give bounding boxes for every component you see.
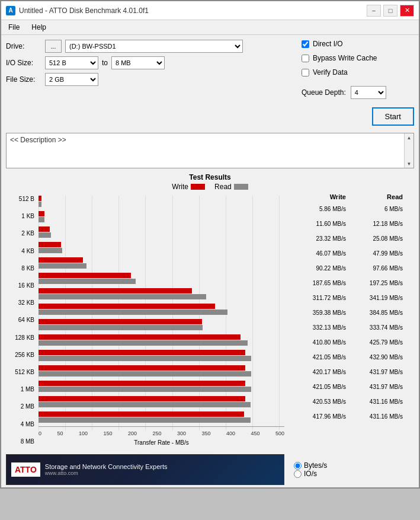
- data-row: 332.13 MB/s333.74 MB/s: [287, 320, 405, 335]
- write-value: 417.96 MB/s: [289, 413, 346, 420]
- read-bar: [39, 417, 251, 423]
- verify-data-checkbox[interactable]: [302, 69, 309, 76]
- drive-label: Drive:: [6, 42, 41, 50]
- data-row: 23.32 MB/s25.08 MB/s: [287, 231, 405, 246]
- write-value: 359.38 MB/s: [289, 310, 346, 316]
- direct-io-row: Direct I/O: [302, 40, 414, 48]
- io-radio[interactable]: [294, 470, 302, 478]
- read-bar: [39, 356, 251, 361]
- queue-depth-select[interactable]: 4: [351, 86, 386, 99]
- menu-bar: File Help: [1, 20, 419, 35]
- data-table: Write Read 5.86 MB/s6 MB/s11.60 MB/s12.1…: [287, 193, 405, 448]
- x-axis-label: Transfer Rate - MB/s: [39, 439, 284, 446]
- write-header: Write: [289, 193, 346, 200]
- bypass-write-cache-label: Bypass Write Cache: [313, 54, 377, 62]
- bar-row: [39, 411, 284, 423]
- read-bar: [39, 402, 251, 407]
- maximize-button[interactable]: □: [383, 5, 397, 17]
- data-row: 5.86 MB/s6 MB/s: [287, 202, 405, 216]
- bar-row: [39, 242, 284, 253]
- description-text: << Description >>: [7, 133, 413, 146]
- x-tick: 100: [79, 430, 88, 436]
- main-window: A Untitled - ATTO Disk Benchmark 4.01.0f…: [0, 0, 420, 489]
- test-results-section: Test Results Write Read 512 B1 KB2 KB4 K…: [1, 171, 419, 451]
- minimize-button[interactable]: −: [367, 5, 381, 17]
- bars-area: [39, 193, 284, 425]
- read-value: 197.25 MB/s: [346, 280, 403, 286]
- y-label: 64 KB: [6, 317, 34, 323]
- y-label: 4 MB: [6, 421, 34, 428]
- bar-row: [39, 381, 284, 392]
- file-size-select[interactable]: 2 GB: [45, 73, 98, 86]
- write-bar: [39, 334, 241, 340]
- browse-button[interactable]: ...: [45, 40, 62, 53]
- description-scrollbar: ▲ ▼: [404, 133, 413, 168]
- bar-row: [39, 334, 284, 346]
- io-from-select[interactable]: 512 B: [45, 56, 98, 69]
- bytes-radio[interactable]: [294, 462, 302, 470]
- y-label: 1 MB: [6, 386, 34, 393]
- read-bar: [39, 248, 62, 253]
- data-row: 420.53 MB/s431.16 MB/s: [287, 394, 405, 409]
- read-bar: [39, 263, 86, 269]
- menu-file[interactable]: File: [6, 22, 22, 33]
- read-bar: [39, 232, 51, 238]
- bypass-write-cache-checkbox[interactable]: [302, 55, 309, 62]
- read-value: 431.16 MB/s: [346, 398, 403, 405]
- read-bar: [39, 279, 136, 284]
- main-content: Drive: ... (D:) BW-PSSD1 I/O Size: 512 B…: [1, 35, 419, 130]
- close-button[interactable]: ✕: [400, 5, 414, 17]
- read-value: 12.18 MB/s: [346, 221, 403, 227]
- write-value: 90.22 MB/s: [289, 265, 346, 272]
- bottom-section: ATTO Storage and Network Connectivity Ex…: [1, 452, 419, 487]
- read-bar: [39, 310, 227, 315]
- write-bar: [39, 304, 215, 309]
- io-size-row: I/O Size: 512 B to 8 MB: [6, 56, 297, 69]
- read-bar: [39, 217, 44, 222]
- direct-io-checkbox[interactable]: [302, 40, 309, 48]
- data-row: 417.96 MB/s431.16 MB/s: [287, 409, 405, 424]
- write-bar: [39, 242, 61, 247]
- read-bar: [39, 371, 251, 377]
- scroll-up-arrow[interactable]: ▲: [405, 133, 413, 142]
- io-label: IO/s: [304, 470, 317, 478]
- data-row: 90.22 MB/s97.66 MB/s: [287, 261, 405, 276]
- x-tick: 400: [226, 430, 235, 436]
- data-row: 11.60 MB/s12.18 MB/s: [287, 216, 405, 231]
- drive-row: Drive: ... (D:) BW-PSSD1: [6, 40, 297, 53]
- y-label: 128 KB: [6, 334, 34, 341]
- x-tick: 200: [128, 430, 137, 436]
- menu-help[interactable]: Help: [29, 22, 49, 33]
- write-value: 420.17 MB/s: [289, 369, 346, 375]
- start-button[interactable]: Start: [372, 107, 414, 126]
- drive-select[interactable]: (D:) BW-PSSD1: [65, 40, 243, 53]
- data-row: 420.17 MB/s431.97 MB/s: [287, 365, 405, 379]
- read-bar: [39, 387, 251, 392]
- bar-row: [39, 226, 284, 238]
- chart-and-data: 512 B1 KB2 KB4 KB8 KB16 KB32 KB64 KB128 …: [6, 193, 414, 448]
- io-size-label: I/O Size:: [6, 59, 41, 67]
- legend-read: Read: [214, 183, 248, 191]
- write-bar: [39, 211, 44, 216]
- read-value: 384.85 MB/s: [346, 310, 403, 316]
- write-value: 421.05 MB/s: [289, 384, 346, 390]
- write-legend-label: Write: [172, 183, 188, 191]
- read-value: 333.74 MB/s: [346, 324, 403, 331]
- scroll-down-arrow[interactable]: ▼: [405, 159, 413, 168]
- write-bar: [39, 288, 192, 294]
- io-to-select[interactable]: 8 MB: [111, 56, 165, 69]
- read-header: Read: [346, 193, 403, 200]
- write-value: 410.80 MB/s: [289, 339, 346, 346]
- data-table-header: Write Read: [287, 193, 405, 200]
- app-icon: A: [6, 6, 15, 15]
- file-size-row: File Size: 2 GB: [6, 73, 297, 86]
- data-row: 187.65 MB/s197.25 MB/s: [287, 276, 405, 291]
- data-row: 421.05 MB/s432.90 MB/s: [287, 350, 405, 365]
- x-tick: 350: [201, 430, 210, 436]
- write-bar: [39, 196, 41, 201]
- y-label: 16 KB: [6, 282, 34, 289]
- test-results-title: Test Results: [6, 173, 414, 181]
- atto-text-block: Storage and Network Connectivity Experts…: [45, 463, 168, 476]
- bar-row: [39, 288, 284, 299]
- read-value: 425.79 MB/s: [346, 339, 403, 346]
